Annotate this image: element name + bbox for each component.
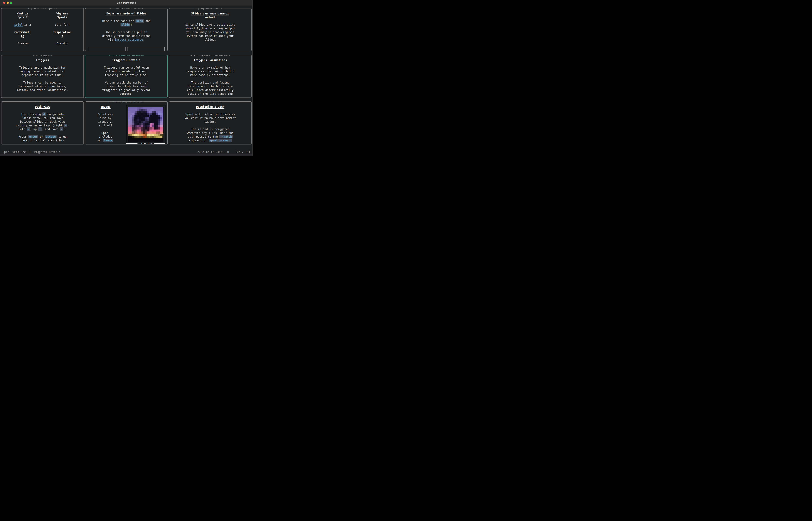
text-line: Triggers are a mechanism for: [3, 66, 82, 70]
text-line: Developing a Deck: [170, 105, 250, 109]
pixel: [149, 113, 150, 115]
pixel: [145, 134, 147, 136]
pixel: [162, 136, 163, 138]
pixel: [137, 113, 139, 115]
slide-card-2[interactable]: 2 | Decks and SlidesDecks are made of Sl…: [85, 8, 168, 51]
pixel: [136, 138, 137, 140]
slide-card-7[interactable]: 7 | ViewsDeck ViewTry pressing d to go i…: [1, 101, 84, 144]
slide-paragraph: The reload is triggeredwhenever any file…: [170, 128, 250, 142]
code-span: spiel present: [209, 139, 232, 142]
pixel: [150, 117, 152, 119]
pixel: [136, 113, 137, 115]
pixel: [132, 125, 134, 128]
minimize-button[interactable]: [7, 2, 9, 4]
pixel: [134, 107, 136, 109]
heading-text: What is: [17, 12, 28, 15]
slide-column: ImagesSpiel candisplayimages...sort of!S…: [87, 105, 125, 144]
text-line: "deck" view. You can move: [3, 116, 82, 120]
link[interactable]: Spiel: [185, 113, 194, 116]
text-line: motion, and other "animations".: [3, 88, 82, 92]
pixel: [145, 123, 147, 126]
slide-card-4[interactable]: 4 | TriggersTriggersTriggers are a mecha…: [1, 55, 84, 98]
link[interactable]: inspect.getsource: [115, 38, 143, 41]
pixel: [136, 136, 137, 138]
slide-body: Decks are made of SlidesHere's the code …: [86, 8, 167, 51]
pixel: [145, 136, 147, 138]
text-line: path passed to the --watch: [170, 135, 250, 139]
slide-paragraph: We can track the number oftimes the slid…: [87, 81, 166, 96]
pixel: [132, 138, 134, 140]
text-line: based on the time since the: [170, 92, 250, 96]
pixel: [154, 140, 156, 142]
pixel: [147, 109, 148, 111]
pixel: [132, 134, 134, 136]
code-panel-slide: [127, 47, 165, 51]
slide-card-6[interactable]: 6 | Triggers: AnimationsTriggers: Animat…: [169, 55, 252, 98]
pixel: [147, 125, 148, 128]
slide-heading: Contributing: [3, 30, 42, 38]
heading-text: ng: [21, 34, 24, 38]
pixel: [149, 115, 150, 117]
text-line: Since slides are created using: [170, 23, 250, 27]
slide-card-1[interactable]: 1 | What is Spiel?What isSpiel?Spiel is …: [1, 8, 84, 51]
text-line: Brandon: [42, 42, 82, 45]
code-span: Image: [103, 139, 113, 142]
pixel: [154, 119, 156, 121]
pixel: [139, 117, 141, 119]
slide-card-3[interactable]: 3 | Dynamic ContentSlides can have dynam…: [169, 8, 252, 51]
slide-card-8[interactable]: 8 | Displaying ImagesImagesSpiel candisp…: [85, 101, 168, 144]
pixel: [156, 123, 158, 126]
link[interactable]: Spiel: [14, 23, 23, 26]
pixel: [160, 117, 162, 119]
pixel: [137, 134, 139, 136]
text-line: sort of!: [87, 124, 125, 128]
slide-paragraph: Spiel candisplayimages...sort of!: [87, 112, 125, 128]
slide-heading: Inspirations: [42, 30, 82, 38]
pixel: [130, 136, 132, 138]
pixel: [132, 132, 134, 134]
pixel: [139, 123, 141, 126]
pixel: [149, 130, 150, 132]
pixel: [132, 119, 134, 121]
pixel: [149, 136, 150, 138]
zoom-button[interactable]: [10, 2, 12, 4]
slide-paragraph: Brandon: [42, 42, 82, 45]
pixel: [134, 138, 136, 140]
pixel: [160, 138, 162, 140]
code-span: ↑: [38, 128, 42, 131]
pixel: [137, 117, 139, 119]
text-line: includes: [87, 135, 125, 139]
code-panel-deck: [88, 47, 125, 51]
heading-text: Developing a Deck: [196, 105, 224, 108]
pixel: [130, 138, 132, 140]
pixel: [130, 123, 132, 126]
text-line: back to "slide" view (this: [3, 139, 82, 142]
pixel: [150, 119, 152, 121]
pixel: [150, 136, 152, 138]
code-span: escape: [45, 135, 56, 138]
slide-card-5[interactable]: 5 | Triggers: RevealsTriggers: RevealsTr…: [85, 55, 168, 98]
text-line: Decks are made of Slides: [87, 12, 166, 16]
heading-text: Spiel?: [57, 16, 67, 19]
pixelated-image: [128, 107, 163, 142]
pixel: [139, 111, 141, 113]
pixel: [160, 109, 162, 111]
pixel: [139, 134, 141, 136]
heading-text: Contributi: [14, 30, 31, 34]
pixel: [132, 130, 134, 132]
link[interactable]: Spiel: [98, 113, 106, 116]
slide-card-9[interactable]: 9 | Watch ModeDeveloping a DeckSpiel wil…: [169, 101, 252, 144]
pixel: [156, 136, 158, 138]
pixel: [156, 130, 158, 132]
pixel: [143, 136, 145, 138]
close-button[interactable]: [3, 2, 5, 4]
pixel: [149, 125, 150, 128]
pixel: [162, 132, 163, 134]
pixel: [154, 107, 156, 109]
text-line: depends on relative time.: [3, 73, 82, 77]
pixel: [150, 111, 152, 113]
pixel: [156, 111, 158, 113]
code-source-panels: [88, 47, 165, 51]
slide-body: Triggers: RevealsTriggers can be useful …: [86, 55, 167, 97]
pixel: [145, 113, 147, 115]
